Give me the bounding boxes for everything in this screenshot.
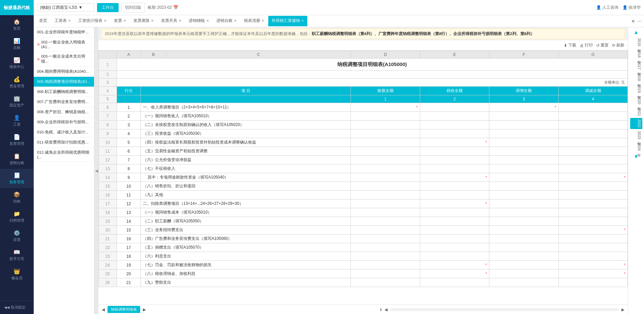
close-icon[interactable]: ✕ <box>262 19 264 23</box>
close-icon[interactable]: ✕ <box>234 19 237 23</box>
tab-tax-list[interactable]: 税表清册 ✕ <box>241 16 268 26</box>
sidebar-item-label: 设置 <box>13 237 21 242</box>
scroll-left-icon[interactable]: ◀ <box>102 307 105 312</box>
sidebar-item-tax[interactable]: 🧾 税务管理 <box>0 169 34 188</box>
tab-salary-report[interactable]: 工资统计报表 ✕ <box>75 16 110 26</box>
tab-invoice-open[interactable]: 发票开具 ✕ <box>158 16 185 26</box>
row-number: 2 <box>99 71 117 78</box>
year-2021[interactable]: 2021年 <box>630 106 642 117</box>
horizontal-scrollbar[interactable] <box>390 308 619 311</box>
close-icon[interactable]: ✕ <box>206 19 209 23</box>
tab-invoice[interactable]: 发票 ✕ <box>111 16 129 26</box>
list-item-002[interactable]: ⊗ 002-一般企业收入明细表(A1... <box>34 37 94 52</box>
list-item-011[interactable]: 011-研发费用加计扣除优惠... <box>34 137 94 148</box>
table-row: 17 12 二、扣除类调整项目（13+14+...24+26+27+28+29+… <box>99 199 628 208</box>
reset-label: 重置 <box>601 42 609 48</box>
list-item-009[interactable]: 009-企业所得税弥补亏损明... <box>34 117 94 127</box>
table-header-row: 4 行次 项 目 账载全额 税收全额 调增全额 调减全额 <box>99 87 628 95</box>
table-row: 13 8 （七）不征税收入 <box>99 164 628 173</box>
item-label: 003-一般企业成本支出明细... <box>41 54 91 64</box>
sidebar-item-report[interactable]: 📈 报表中心 <box>0 54 34 73</box>
year-down-button[interactable]: ▼ <box>633 153 640 160</box>
panel-collapse-button[interactable]: ◀ <box>94 27 98 314</box>
sidebar-item-finance[interactable]: 💰 资金管理 <box>0 73 34 92</box>
col3-sub: 3 <box>489 95 558 103</box>
year-2024[interactable]: 2024年 <box>630 141 642 152</box>
sidebar-item-close[interactable]: 📦 结账 <box>0 188 34 207</box>
item-label: 001-企业所得税年度纳税申... <box>37 30 89 35</box>
sidebar-item-vip[interactable]: 👑 畅会员 <box>0 265 34 284</box>
close-icon[interactable]: ✕ <box>151 19 154 23</box>
sidebar-item-guide[interactable]: 📖 新手引导 <box>0 246 34 265</box>
sidebar-item-home[interactable]: 🏠 首页 <box>0 15 34 34</box>
nav-tabs: 首页 工资表 ✕ 工资统计报表 ✕ 发票 ✕ 发票测算 ✕ 发票开具 ✕ 进销稽… <box>34 15 644 27</box>
col-c-header: C <box>166 51 351 59</box>
item-label: 004-期间费用明细表(A1040... <box>37 69 89 74</box>
tab-home[interactable]: 首页 <box>36 16 51 26</box>
table-row: 8 3 （二）未按权责发生制原则确认的收入（填写A105020） <box>99 121 628 129</box>
row-number: 5 <box>99 95 117 103</box>
old-version-button[interactable]: 切到旧版 <box>121 3 145 12</box>
tab-purchase-check[interactable]: 进销稽核 ✕ <box>185 16 212 26</box>
scroll-right-icon[interactable]: ▶ <box>143 307 146 312</box>
year-2015[interactable]: 2015年 <box>630 37 642 48</box>
list-item-007[interactable]: 007-广告费和业务宣传费明... <box>34 97 94 107</box>
tab-invoice-calc[interactable]: 发票测算 ✕ <box>130 16 157 26</box>
download-button[interactable]: ⬇ 下载 <box>564 42 576 48</box>
assets-icon: 🏢 <box>13 95 20 102</box>
invoice-icon: 📄 <box>13 134 20 140</box>
year-2022[interactable]: 2022年 <box>630 118 642 129</box>
finance-icon: 💰 <box>13 76 20 83</box>
print-button[interactable]: 🖨 打印 <box>580 42 593 48</box>
year-2016[interactable]: 2016年 <box>630 48 642 59</box>
user-avatar[interactable]: 👤 徐泽华 <box>622 5 641 10</box>
sidebar-item-assets[interactable]: 🏢 固定资产 <box>0 92 34 111</box>
close-icon[interactable]: ✕ <box>68 19 71 23</box>
row-number: 3 <box>99 78 117 87</box>
sidebar-item-salary[interactable]: 👤 工资 <box>0 111 34 130</box>
table-wrapper[interactable]: A B C D E F G 1 纳税调整项目明细表(A <box>98 51 628 305</box>
year-2017[interactable]: 2017年 <box>630 60 642 71</box>
refresh-button[interactable]: ⟳ 刷新 <box>612 42 624 48</box>
scroll-h-right[interactable]: ▶ <box>621 307 624 312</box>
sidebar-item-purchase[interactable]: 📋 进销台账 <box>0 150 34 169</box>
year-2023[interactable]: 2023年 <box>630 130 642 140</box>
list-item-004[interactable]: 004-期间费用明细表(A1040... <box>34 67 94 77</box>
close-all-button[interactable]: ✕ <box>631 19 635 24</box>
close-icon[interactable]: ✕ <box>104 19 106 23</box>
tab-tax-calc[interactable]: 所得税汇算缴纳 ✕ <box>268 16 307 26</box>
reset-button[interactable]: ↺ 重置 <box>596 42 609 48</box>
tab-invoice-open-label: 发票开具 <box>161 18 177 24</box>
list-item-005[interactable]: 005-纳税调整项目明细表(A1... <box>34 77 94 87</box>
year-2019[interactable]: 2019年 <box>630 83 642 94</box>
tab-salary[interactable]: 工资表 ✕ <box>51 16 74 26</box>
sidebar-item-label: 归档管理 <box>9 218 24 223</box>
list-item-001[interactable]: 001-企业所得税年度纳税申... <box>34 27 94 37</box>
workspace-button[interactable]: 工作台 <box>97 3 119 12</box>
help-button[interactable]: 👤 人工咨询 <box>596 5 618 10</box>
year-2018[interactable]: 2018年 <box>630 71 642 82</box>
close-icon[interactable]: ✕ <box>301 19 304 23</box>
left-panel: 001-企业所得税年度纳税申... ⊗ 002-一般企业收入明细表(A1... … <box>34 27 94 314</box>
list-item-006[interactable]: 006-职工薪酬纳税调整明细... <box>34 87 94 97</box>
list-item-008[interactable]: 008-资产折旧、摊销及纳税... <box>34 107 94 117</box>
sidebar-item-settings[interactable]: ⚙️ 设置 <box>0 226 34 246</box>
sidebar-item-archive[interactable]: 📁 归档管理 <box>0 207 34 226</box>
close-icon[interactable]: ✕ <box>179 19 181 23</box>
company-selector[interactable]: (物副) 江西股宝-LSS ▼ <box>37 3 94 12</box>
year-up-button[interactable]: ▲ <box>633 29 640 36</box>
username: 徐泽华 <box>628 5 641 10</box>
tab-purchase-ledger[interactable]: 进销台账 ✕ <box>213 16 240 26</box>
scroll-h-left[interactable]: ◀ <box>385 307 388 312</box>
close-icon[interactable]: ✕ <box>123 19 126 23</box>
year-2020[interactable]: 2020年 <box>630 95 642 105</box>
expand-button[interactable]: ⋯ <box>637 19 642 24</box>
sidebar-item-invoice[interactable]: 📄 发票管理 <box>0 130 34 150</box>
sidebar-item-ledger[interactable]: 📊 总账 <box>0 34 34 54</box>
unpin-button[interactable]: ◀◀ 取消固定 <box>3 304 31 311</box>
sheet-tab[interactable]: 纳税调整明细表 <box>108 306 140 313</box>
refresh-label: 刷新 <box>616 42 624 48</box>
list-item-003[interactable]: ⊗ 003-一般企业成本支出明细... <box>34 52 94 67</box>
list-item-012[interactable]: 012-减免企业所得税优惠明细(... <box>34 148 94 162</box>
list-item-010[interactable]: 010-免税、减计收入及加计... <box>34 127 94 137</box>
